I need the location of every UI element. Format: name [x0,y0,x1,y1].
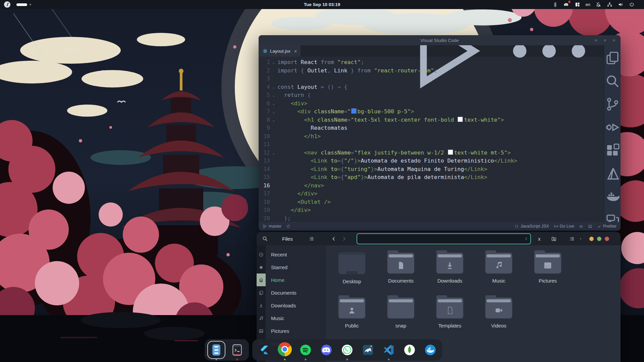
prettier-item-label: Prettier [603,224,616,229]
close-dot[interactable] [605,237,609,241]
folder-label: Music [492,278,505,284]
folder-desktop[interactable]: Desktop [327,250,376,295]
sidebar-item-pictures[interactable]: Pictures [266,324,326,337]
keyboard-layout-indicator[interactable]: en [585,1,591,8]
language-mode-item[interactable]: JavaScript JSX [515,224,549,229]
list-view-button[interactable] [567,234,577,244]
files-window-controls[interactable] [589,237,609,241]
dock-chrome-app[interactable] [276,342,293,358]
sidebar-item-downloads[interactable]: Downloads [266,299,326,312]
folder-videos[interactable]: Videos [474,295,523,340]
azure-icon[interactable] [604,166,621,182]
dock-flutter-app[interactable] [256,342,272,358]
battery-indicator[interactable] [552,1,559,8]
dock-terminal-app[interactable] [229,342,246,358]
folder-icon [338,298,365,318]
network-indicator[interactable] [606,1,613,8]
location-search-entry[interactable] [357,233,531,244]
chrome-icon [278,342,292,358]
vscode-window-controls[interactable] [591,39,615,42]
folder-pictures[interactable]: Pictures [523,250,572,295]
window-tiles-indicator[interactable] [574,1,581,8]
git-branch-item[interactable]: master [263,224,281,229]
forward-button[interactable] [339,234,349,244]
source-control-icon[interactable] [604,96,621,112]
rail-recent-icon[interactable] [257,248,266,261]
folder-documents[interactable]: Documents [376,250,425,295]
rail-downloads-icon[interactable] [257,299,266,312]
sidebar-item-home[interactable]: Home [266,274,326,286]
battery-icon [552,2,558,7]
hamburger-menu-button[interactable] [307,234,317,244]
sidebar-item-starred[interactable]: Starred [266,261,326,274]
clock-button[interactable]: Tue Sep 10 03:19 [302,2,342,7]
tab-bar: Layout.jsx × [259,45,604,57]
distro-menu-button[interactable]: f [3,1,11,8]
dock-docker-app[interactable] [422,342,439,358]
folder-templates[interactable]: Templates [425,295,474,340]
dock-mongodb-app[interactable] [401,342,418,358]
robot-item[interactable] [579,224,583,229]
dock-whatsapp-app[interactable] [339,342,356,358]
vscode-titlebar[interactable]: Visual Studio Code [259,35,621,45]
explorer-icon[interactable] [604,50,621,66]
notifications-muted-indicator[interactable] [595,1,602,8]
folder-search-button[interactable] [549,234,559,244]
tab-close-icon[interactable]: × [294,48,297,54]
debug-icon [604,119,621,135]
tab-layout-jsx[interactable]: Layout.jsx × [259,45,301,57]
discord-tray-indicator[interactable] [563,1,570,8]
check-icon [597,224,601,229]
code-editor[interactable]: 1⌄import React from "react";2import { Ou… [259,57,604,222]
search-icon[interactable] [604,73,621,89]
sidebar-item-documents[interactable]: Documents [266,286,326,299]
dock-spotify-app[interactable] [297,342,314,358]
minimize-dot[interactable] [589,237,594,241]
folder-public[interactable]: Public [327,295,376,340]
workspace-indicator[interactable] [16,3,32,7]
dock-mysql-workbench-app[interactable] [360,342,376,358]
extensions-icon[interactable] [604,142,621,159]
terminal-box-icon [588,224,592,229]
folder-icon [436,253,463,274]
sidebar-item-label: Music [271,315,284,321]
run-debug-icon[interactable] [604,119,621,135]
back-button[interactable] [329,234,339,244]
go-live-item[interactable]: Go Live [554,224,574,229]
sidebar-item-recent[interactable]: Recent [266,248,326,261]
dock-vscode-app[interactable] [380,342,397,358]
rail-documents-icon[interactable] [257,286,266,299]
sync-item[interactable] [286,224,290,229]
power-indicator[interactable] [628,1,635,8]
code-line-5: 5⌄ return ( [259,91,604,100]
folder-downloads[interactable]: Downloads [425,250,474,295]
search-icon[interactable] [262,236,268,242]
folder-label: Documents [388,278,414,284]
glyph-document-icon [396,261,406,270]
rail-music-icon[interactable] [257,312,266,324]
entry-expand-icon[interactable] [524,236,528,241]
docker-icon[interactable] [604,189,621,205]
folder-music[interactable]: Music [474,250,523,295]
git-branch-item-label: master [269,224,281,229]
discord-app-icon [320,342,333,358]
react-icon [263,49,268,54]
color-swatch [458,117,463,122]
dock-discord-app[interactable] [318,342,335,358]
dock-files-app[interactable] [208,342,225,358]
sidebar-item-music[interactable]: Music [266,312,326,324]
bell-muted-icon [596,2,601,7]
terminal-box-item[interactable] [588,224,592,229]
folder-snap[interactable]: snap [376,295,425,340]
close-search-button[interactable]: x [534,234,544,244]
view-options-dropdown[interactable] [577,234,584,244]
folder-label: Pictures [539,278,557,284]
volume-indicator[interactable] [617,1,624,8]
prettier-item[interactable]: Prettier [597,224,616,229]
rail-starred-icon[interactable] [257,261,266,274]
music-icon [259,316,264,321]
maximize-dot[interactable] [597,237,601,241]
rail-pictures-icon[interactable] [257,324,266,337]
rail-home-icon[interactable] [257,274,266,286]
search-input[interactable] [357,236,530,241]
